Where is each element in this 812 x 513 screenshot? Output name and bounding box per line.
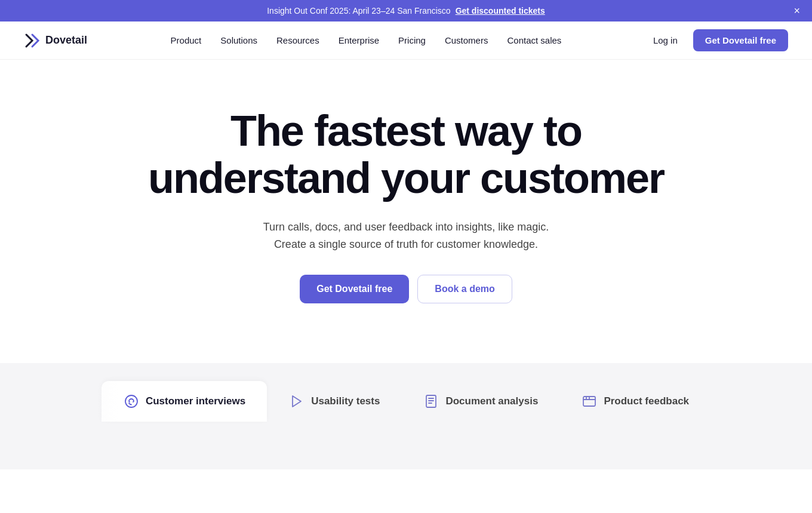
nav-customers[interactable]: Customers <box>436 30 497 50</box>
tab-document-analysis[interactable]: Document analysis <box>401 381 559 422</box>
nav-solutions[interactable]: Solutions <box>212 30 266 50</box>
tab-product-feedback[interactable]: Product feedback <box>559 381 710 422</box>
svg-point-1 <box>129 401 130 403</box>
hero-cta-secondary[interactable]: Book a demo <box>417 275 512 303</box>
tab-document-analysis-label: Document analysis <box>445 395 538 407</box>
nav-resources[interactable]: Resources <box>268 30 328 50</box>
feature-tabs-section: Customer interviews Usability tests D <box>0 363 812 469</box>
customer-interviews-icon <box>123 393 140 410</box>
tab-customer-interviews[interactable]: Customer interviews <box>102 381 267 422</box>
tab-product-feedback-label: Product feedback <box>604 395 689 407</box>
feature-content-placeholder <box>0 422 812 469</box>
tab-usability-tests[interactable]: Usability tests <box>267 381 401 422</box>
hero-title-line2: understand your customer <box>148 154 664 202</box>
nav-cta-button[interactable]: Get Dovetail free <box>693 29 788 51</box>
product-feedback-icon <box>581 393 598 410</box>
nav-links: Product Solutions Resources Enterprise P… <box>162 30 570 50</box>
navbar-actions: Log in Get Dovetail free <box>645 29 788 51</box>
logo-text: Dovetail <box>45 34 87 47</box>
dovetail-logo-icon <box>24 32 41 49</box>
nav-contact-sales[interactable]: Contact sales <box>499 30 570 50</box>
navbar: Dovetail Product Solutions Resources Ent… <box>0 21 812 60</box>
svg-marker-3 <box>293 396 301 407</box>
hero-buttons: Get Dovetail free Book a demo <box>300 275 512 303</box>
hero-section: The fastest way to understand your custo… <box>0 60 812 339</box>
nav-product[interactable]: Product <box>162 30 210 50</box>
nav-enterprise[interactable]: Enterprise <box>330 30 387 50</box>
nav-pricing[interactable]: Pricing <box>390 30 434 50</box>
logo[interactable]: Dovetail <box>24 32 87 49</box>
close-banner-button[interactable]: × <box>793 5 800 16</box>
hero-subtitle: Turn calls, docs, and user feedback into… <box>263 219 549 253</box>
tab-usability-tests-label: Usability tests <box>311 395 380 407</box>
svg-rect-4 <box>426 395 436 407</box>
announcement-text: Insight Out Conf 2025: April 23–24 San F… <box>267 6 450 16</box>
feature-tabs-row: Customer interviews Usability tests D <box>0 381 812 422</box>
hero-title-line1: The fastest way to <box>230 107 582 155</box>
announcement-link[interactable]: Get discounted tickets <box>456 6 545 16</box>
announcement-banner: Insight Out Conf 2025: April 23–24 San F… <box>0 0 812 21</box>
tab-customer-interviews-label: Customer interviews <box>146 395 245 407</box>
hero-cta-primary[interactable]: Get Dovetail free <box>300 275 409 303</box>
hero-subtitle-line1: Turn calls, docs, and user feedback into… <box>263 221 549 233</box>
svg-point-2 <box>133 401 134 403</box>
hero-title: The fastest way to understand your custo… <box>148 107 664 202</box>
hero-subtitle-line2: Create a single source of truth for cust… <box>274 238 538 250</box>
svg-point-0 <box>125 395 137 407</box>
usability-tests-icon <box>288 393 305 410</box>
document-analysis-icon <box>423 393 439 410</box>
login-button[interactable]: Log in <box>645 30 686 50</box>
